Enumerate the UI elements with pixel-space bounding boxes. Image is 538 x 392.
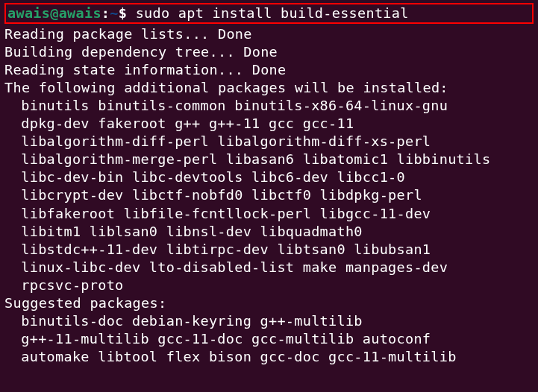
output-line: dpkg-dev fakeroot g++ g++-11 gcc gcc-11: [4, 115, 534, 133]
prompt-dollar: $: [119, 4, 127, 22]
command-prompt-line: awais@awais:~$ sudo apt install build-es…: [4, 3, 534, 24]
output-line: binutils-doc debian-keyring g++-multilib: [4, 312, 534, 330]
output-line: libc-dev-bin libc-devtools libc6-dev lib…: [4, 168, 534, 186]
prompt-colon: :: [101, 4, 110, 22]
output-line: libalgorithm-merge-perl libasan6 libatom…: [4, 151, 534, 168]
command-text[interactable]: sudo apt install build-essential: [127, 4, 408, 22]
output-line: rpcsvc-proto: [4, 276, 534, 294]
output-line: Suggested packages:: [4, 294, 534, 312]
prompt-user-host: awais@awais: [7, 4, 101, 22]
output-line: libalgorithm-diff-perl libalgorithm-diff…: [4, 133, 534, 151]
output-line: The following additional packages will b…: [4, 79, 534, 97]
output-line: Reading package lists... Done: [4, 25, 534, 43]
output-line: linux-libc-dev lto-disabled-list make ma…: [4, 259, 534, 276]
output-line: libitm1 liblsan0 libnsl-dev libquadmath0: [4, 223, 534, 241]
output-line: libstdc++-11-dev libtirpc-dev libtsan0 l…: [4, 241, 534, 259]
output-line: Reading state information... Done: [4, 61, 534, 79]
prompt-path: ~: [110, 4, 118, 22]
output-line: automake libtool flex bison gcc-doc gcc-…: [4, 348, 534, 366]
terminal-output: Reading package lists... DoneBuilding de…: [4, 25, 534, 366]
output-line: libcrypt-dev libctf-nobfd0 libctf0 libdp…: [4, 186, 534, 204]
output-line: Building dependency tree... Done: [4, 43, 534, 61]
output-line: libfakeroot libfile-fcntllock-perl libgc…: [4, 205, 534, 223]
output-line: g++-11-multilib gcc-11-doc gcc-multilib …: [4, 330, 534, 348]
output-line: binutils binutils-common binutils-x86-64…: [4, 97, 534, 115]
